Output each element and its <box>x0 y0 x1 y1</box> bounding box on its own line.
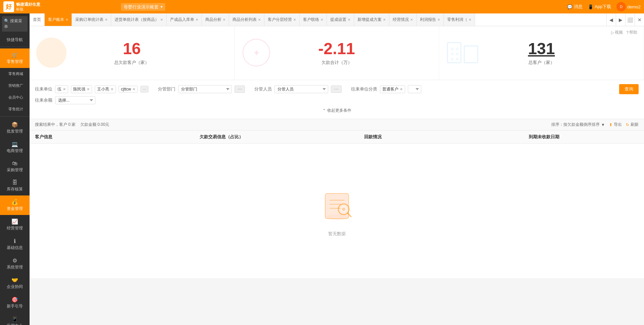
tab-customer-contact[interactable]: 客户联络 ✕ <box>300 13 327 26</box>
sidebar-item-retail[interactable]: 🛒 零售管理 <box>0 48 30 68</box>
user-avatar-area[interactable]: D demo2 <box>616 2 641 11</box>
tab-new-promote[interactable]: 新增提成方案 ✕ <box>354 13 389 26</box>
tab-bar: 首页 客户账本 ✕ 采购订单统计表 ✕ 进货单统计表（按商品） ✕ <box>30 13 644 26</box>
tab-close-icon[interactable]: ✕ <box>469 18 471 22</box>
unit-type-select[interactable] <box>408 85 421 93</box>
svg-text:✦: ✦ <box>252 47 260 58</box>
tab-purchase-order-stats[interactable]: 采购订单统计表 ✕ <box>72 13 111 26</box>
filter-tag-close-wu[interactable]: ✕ <box>63 87 66 92</box>
top-bar-right: 💬 消息 📱 App下载 D demo2 <box>567 2 641 11</box>
sidebar-item-enterprise-collab[interactable]: 🤝 企业协同 <box>0 274 30 293</box>
search-menu-button[interactable]: 🔍 搜索菜单 <box>2 16 28 32</box>
tab-close-icon[interactable]: ✕ <box>105 18 108 22</box>
collapse-icon: ⌃ <box>323 108 326 113</box>
filter-tag-close-cjttcw[interactable]: ✕ <box>132 87 135 92</box>
sidebar-item-purchase[interactable]: 🛍 采购管理 <box>0 157 30 176</box>
tab-label: 提成设置 <box>330 17 346 23</box>
sidebar: 🔍 搜索菜单 快捷导航 🛒 零售管理 零售商城 营销推广 会员中心 <box>0 13 30 325</box>
tab-product-analysis[interactable]: 商品分析 ✕ <box>202 13 229 26</box>
quick-nav-button[interactable]: 快捷导航 <box>0 34 30 45</box>
tab-scroll-right-button[interactable]: ▶ <box>616 13 625 26</box>
department-more-button[interactable]: ··· <box>234 85 245 93</box>
version-dropdown[interactable]: 母婴行业演示账套 <box>121 3 165 11</box>
stat-block-total-clients: 131 总客户（家） <box>439 26 644 80</box>
sidebar-item-inventory[interactable]: 🗄 库存核算 <box>0 176 30 195</box>
sidebar-item-operation[interactable]: 📈 经营管理 <box>0 215 30 234</box>
collab-icon: 🤝 <box>2 277 28 283</box>
sidebar-item-ecommerce[interactable]: 💻 电商管理 <box>0 138 30 157</box>
unit-filter-label: 往来单位 <box>35 86 52 92</box>
tab-close-icon[interactable]: ✕ <box>293 18 296 22</box>
svg-rect-8 <box>451 52 454 55</box>
tab-close-icon[interactable]: ✕ <box>258 18 261 22</box>
message-button[interactable]: 💬 消息 <box>567 4 583 10</box>
tab-customer-segment[interactable]: 客户分层经营 ✕ <box>264 13 300 26</box>
sidebar-item-wholesale[interactable]: 📦 批发管理 <box>0 118 30 138</box>
query-button[interactable]: 查询 <box>619 84 639 94</box>
manager-filter-label: 分管人员 <box>254 86 272 92</box>
sidebar-item-label: 资金管理 <box>2 206 28 212</box>
sidebar-item-label: 零售管理 <box>2 59 28 65</box>
table-col-repayment: 回款情况 <box>364 134 529 140</box>
tab-product-analysis-list[interactable]: 商品分析列表 ✕ <box>229 13 264 26</box>
balance-select[interactable]: 选择... <box>55 96 95 104</box>
refresh-icon: ↻ <box>626 122 629 127</box>
sidebar-item-basic[interactable]: ℹ 基础信息 <box>0 234 30 254</box>
sidebar-item-new-guide[interactable]: 🎯 新手引导 <box>0 293 30 313</box>
tab-customer-account[interactable]: 客户账本 ✕ <box>45 13 72 26</box>
sidebar-item-label: 基础信息 <box>2 245 28 251</box>
sidebar-item-retail-mall[interactable]: 零售商城 <box>0 68 30 80</box>
department-select[interactable]: 分管部门 <box>178 85 232 93</box>
collapse-filters-button[interactable]: ⌃ 收起更多条件 <box>323 108 351 113</box>
sort-button[interactable]: 排序：按欠款金额倒序排序 ▼ <box>551 122 605 128</box>
manager-select-wrapper: 分管人员 <box>274 85 328 93</box>
page-content: ▷ 视频 ? 帮助 ¥ <box>30 26 644 325</box>
tab-close-icon[interactable]: ✕ <box>66 18 68 22</box>
export-button[interactable]: ⬆ 导出 <box>609 122 622 128</box>
tab-product-inbound[interactable]: 产成品入库单 ✕ <box>167 13 202 26</box>
manager-more-button[interactable]: ··· <box>331 85 341 93</box>
table-area: 客户信息 欠款交易信息（占比） 回款情况 到期未收款日期 <box>30 131 644 278</box>
tab-retail-profit[interactable]: 零售利润（ ✕ <box>444 13 475 26</box>
tab-close-icon[interactable]: ✕ <box>437 18 440 22</box>
tab-close-icon[interactable]: ✕ <box>410 18 413 22</box>
svg-rect-11 <box>456 58 459 60</box>
manager-select[interactable]: 分管人员 <box>274 85 328 93</box>
tab-collapse-button[interactable]: ⬜ <box>625 13 635 26</box>
tab-home[interactable]: 首页 <box>30 13 45 26</box>
tab-close-icon[interactable]: ✕ <box>160 18 163 22</box>
inventory-icon: 🗄 <box>2 180 28 186</box>
tab-profit-report[interactable]: 利润报告 ✕ <box>417 13 444 26</box>
tab-label: 经营情况 <box>393 17 409 23</box>
tab-inbound-stats[interactable]: 进货单统计表（按商品） ✕ <box>111 13 167 26</box>
sidebar-item-finance[interactable]: 💰 资金管理 <box>0 195 30 215</box>
result-bar-left: 搜索结果中，客户 0 家 欠款金额 0.00元 <box>35 122 109 128</box>
filter-area: 往来单位 伍 ✕ 陈民强 ✕ 王小亮 ✕ <box>30 80 644 119</box>
tab-close-icon[interactable]: ✕ <box>348 18 350 22</box>
tab-scroll-left-button[interactable]: ◀ <box>606 13 616 26</box>
sidebar-item-system[interactable]: ⚙ 系统管理 <box>0 254 30 274</box>
filter-tag-close-normal[interactable]: ✕ <box>400 87 403 92</box>
tab-label: 商品分析 <box>205 17 221 23</box>
filter-more-button[interactable]: ··· <box>140 86 148 93</box>
sidebar-item-member[interactable]: 会员中心 <box>0 92 30 103</box>
filter-tag-close-wang[interactable]: ✕ <box>111 87 114 92</box>
tab-close-icon[interactable]: ✕ <box>223 18 225 22</box>
tab-label: 进货单统计表（按商品） <box>115 17 159 23</box>
app-download-button[interactable]: 📱 App下载 <box>588 4 611 10</box>
filter-tag-close-chen[interactable]: ✕ <box>87 87 90 92</box>
sidebar-item-retail-stats[interactable]: 零售统计 <box>0 103 30 115</box>
export-icon: ⬆ <box>609 122 612 127</box>
tab-promote-settings[interactable]: 提成设置 ✕ <box>327 13 354 26</box>
tab-close-icon[interactable]: ✕ <box>196 18 198 22</box>
version-dropdown-wrapper[interactable]: 母婴行业演示账套 ▼ <box>81 3 163 11</box>
sort-icon: ▼ <box>601 122 605 127</box>
stat-value-debt: -2.11 <box>318 41 355 57</box>
tab-close-icon[interactable]: ✕ <box>383 18 386 22</box>
sidebar-item-marketing[interactable]: 营销推广 <box>0 80 30 92</box>
tab-close-all-button[interactable]: ✕ <box>635 13 644 26</box>
refresh-button[interactable]: ↻ 刷新 <box>626 122 639 128</box>
tab-close-icon[interactable]: ✕ <box>320 18 323 22</box>
sidebar-item-app-center[interactable]: 📱 应用中心 <box>0 313 30 325</box>
tab-operation-status[interactable]: 经营情况 ✕ <box>389 13 417 26</box>
